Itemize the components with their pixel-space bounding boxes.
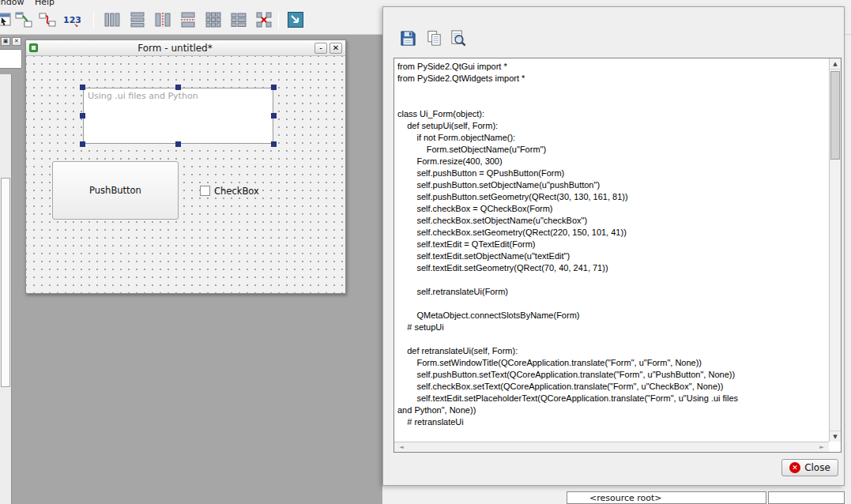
svg-text:123: 123 — [63, 15, 81, 25]
code-view[interactable]: from PySide2.QtGui import * from PySide2… — [393, 58, 842, 453]
menu-help[interactable]: Help — [35, 0, 55, 7]
toolbar-separator — [278, 12, 279, 29]
adjust-size-button[interactable] — [284, 9, 307, 32]
resize-handle-sw[interactable] — [80, 141, 85, 147]
close-icon: ✕ — [14, 38, 19, 44]
resize-handle-e[interactable] — [271, 113, 277, 118]
resize-handle-ne[interactable] — [271, 85, 277, 90]
layout-form-icon — [229, 10, 248, 32]
form-window-titlebar[interactable]: Form - untitled* - ✕ — [26, 40, 345, 56]
copy-icon — [425, 29, 443, 50]
textedit-widget-selection: Using .ui files and Python — [83, 88, 273, 144]
layout-splitter-horizontal-button[interactable] — [152, 9, 174, 32]
horizontal-scrollbar[interactable]: ◄ ► — [394, 442, 829, 452]
textedit-widget[interactable]: Using .ui files and Python — [83, 88, 273, 144]
scroll-right-icon[interactable]: ► — [816, 442, 827, 452]
scroll-up-icon[interactable]: ▲ — [830, 58, 841, 70]
edit-tab-order-icon: 123 — [62, 10, 81, 32]
save-button[interactable] — [397, 29, 418, 50]
break-layout-icon — [254, 10, 273, 32]
minimize-icon: - — [319, 43, 322, 52]
edit-buddies-button[interactable] — [36, 9, 58, 32]
layout-vertical-button[interactable] — [126, 9, 149, 32]
layout-splitter-vertical-icon — [179, 10, 198, 32]
scroll-left-icon[interactable]: ◄ — [396, 442, 407, 452]
close-icon: ✕ — [333, 43, 339, 52]
adjust-size-icon — [286, 10, 305, 32]
resource-root-label: <resource root> — [589, 493, 662, 503]
edit-buddies-icon — [38, 10, 57, 32]
pushbutton-widget[interactable]: PushButton — [52, 161, 179, 220]
dock-close-button[interactable]: ✕ — [12, 37, 21, 46]
checkbox-indicator[interactable] — [200, 186, 210, 196]
menu-window[interactable]: Window — [0, 0, 24, 7]
resize-handle-n[interactable] — [175, 85, 181, 90]
edit-tab-order-button[interactable]: 123 — [60, 9, 82, 32]
resize-handle-s[interactable] — [175, 141, 181, 147]
checkbox-widget[interactable]: CheckBox — [200, 175, 280, 207]
widgetbox-filter-input[interactable] — [0, 49, 22, 69]
close-dialog-button[interactable]: ✕ Close — [781, 459, 838, 476]
layout-grid-button[interactable] — [202, 9, 224, 32]
form-window-title: Form - untitled* — [38, 43, 312, 54]
checkbox-label: CheckBox — [214, 186, 259, 197]
layout-form-button[interactable] — [228, 9, 250, 32]
edit-signals-slots-button[interactable] — [13, 9, 35, 32]
save-icon — [399, 29, 417, 50]
dock-float-button[interactable]: ▣ — [1, 37, 10, 46]
layout-vertical-icon — [128, 10, 147, 32]
resize-handle-nw[interactable] — [80, 85, 85, 90]
code-preview-dialog: from PySide2.QtGui import * from PySide2… — [382, 6, 845, 486]
resize-handle-se[interactable] — [271, 141, 277, 147]
close-button-label: Close — [804, 462, 830, 473]
close-button[interactable]: ✕ — [329, 43, 342, 54]
form-editor-window: Form - untitled* - ✕ Using .ui files and… — [25, 39, 346, 294]
close-circle-icon: ✕ — [789, 462, 800, 473]
edit-widgets-icon — [0, 10, 13, 32]
left-panel-scrollbar[interactable] — [0, 74, 12, 504]
layout-horizontal-button[interactable] — [101, 9, 123, 32]
scrollbar-thumb[interactable] — [830, 71, 840, 160]
minimize-button[interactable]: - — [314, 43, 327, 54]
vertical-scrollbar[interactable]: ▲ ▼ — [829, 58, 841, 442]
generated-python-code[interactable]: from PySide2.QtGui import * from PySide2… — [394, 58, 829, 442]
form-icon — [29, 43, 38, 52]
float-icon: ▣ — [3, 38, 9, 44]
layout-splitter-vertical-button[interactable] — [177, 9, 199, 32]
edit-signals-slots-icon — [14, 10, 33, 32]
toolbar-separator — [93, 12, 94, 29]
copy-button[interactable] — [424, 29, 444, 50]
resource-root-item[interactable]: <resource root> — [567, 491, 766, 504]
layout-splitter-horizontal-icon — [153, 10, 172, 32]
layout-horizontal-icon — [103, 10, 122, 32]
layout-grid-icon — [204, 10, 223, 32]
find-icon — [449, 29, 467, 50]
scroll-down-icon[interactable]: ▼ — [830, 431, 841, 442]
resource-panel-fragment — [768, 491, 845, 504]
resize-handle-w[interactable] — [80, 113, 85, 118]
break-layout-button[interactable] — [253, 9, 275, 32]
scrollbar-thumb[interactable] — [1, 178, 10, 387]
form-canvas[interactable]: Using .ui files and Python PushButton Ch… — [26, 56, 345, 293]
find-button[interactable] — [447, 29, 468, 50]
qt-designer-app: Window Help 123 — [0, 0, 851, 504]
